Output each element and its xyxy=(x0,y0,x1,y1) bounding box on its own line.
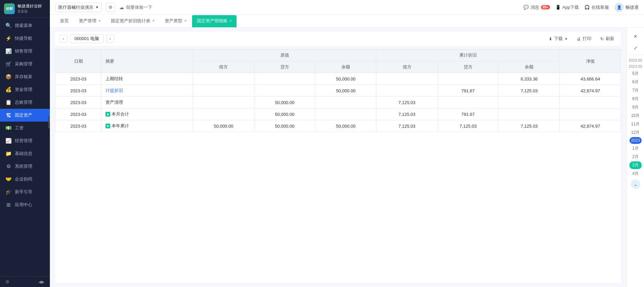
purchase-icon: 🛒 xyxy=(5,61,11,67)
appcenter-icon: ⊞ xyxy=(5,202,11,208)
timeline-month-1[interactable]: 1月 xyxy=(627,145,644,152)
sidebar-item-label: 采购管理 xyxy=(15,61,32,67)
sidebar-item-label: 搜索菜单 xyxy=(15,23,32,29)
cell-orig-balance: 50,000.00 xyxy=(315,85,376,97)
sidebar-item-finance[interactable]: 💰 资金管理 xyxy=(0,83,50,96)
cell-orig-debit xyxy=(193,73,254,85)
company-name: 医疗器械行业演示 xyxy=(58,4,93,10)
support-icon: 🎧 xyxy=(584,5,590,10)
refresh-btn[interactable]: ↻ 刷新 xyxy=(597,34,617,43)
dropdown-icon: ▼ xyxy=(95,5,99,9)
logo-icon: 好财 xyxy=(4,3,15,14)
cell-accum-credit: 791.67 xyxy=(437,108,498,120)
table-header-group-row: 日期 摘要 原值 累计折旧 净值 xyxy=(56,50,621,61)
print-btn[interactable]: 🖨 打印 xyxy=(574,34,594,43)
next-btn[interactable]: › xyxy=(106,35,114,43)
topbar-settings-btn[interactable]: ⚙ xyxy=(106,3,115,12)
cell-date: 2023-03 xyxy=(56,97,101,108)
prev-btn[interactable]: ‹ xyxy=(59,35,67,43)
settings-bottom-icon[interactable]: ⚙ xyxy=(5,279,9,284)
refresh-label: 刷新 xyxy=(606,36,614,42)
sidebar-item-payroll[interactable]: 💵 工资 xyxy=(0,122,50,134)
sidebar-item-label: 工资 xyxy=(15,125,24,131)
tab-home[interactable]: 首页 xyxy=(55,15,73,27)
finance-icon: 💰 xyxy=(5,87,11,93)
sidebar-item-guide[interactable]: 🎓 新手引导 xyxy=(0,186,50,198)
cell-orig-debit xyxy=(193,85,254,97)
tab-depreciation-stats[interactable]: 固定资产折旧统计表 × xyxy=(106,15,159,27)
cell-accum-credit xyxy=(437,97,498,108)
tab-close-icon[interactable]: × xyxy=(152,19,155,23)
company-selector[interactable]: 医疗器械行业演示 ▼ xyxy=(55,3,102,12)
timeline-month-9[interactable]: 9月 xyxy=(627,103,644,111)
timeline-month-6[interactable]: 6月 xyxy=(627,78,644,86)
payroll-icon: 💵 xyxy=(5,125,11,131)
header-original-value: 原值 xyxy=(193,50,376,61)
sidebar-bottom: ⚙ ◀▶ xyxy=(0,276,50,287)
ledger-icon: 📋 xyxy=(5,99,11,105)
tab-asset-type[interactable]: 资产类型 × xyxy=(160,15,191,27)
sidebar-item-collab[interactable]: 🤝 企业协同 xyxy=(0,173,50,186)
tab-asset-detail[interactable]: 固定资产明细账 × xyxy=(192,15,237,27)
timeline-month-10[interactable]: 10月 xyxy=(627,112,644,120)
timeline-month-7[interactable]: 7月 xyxy=(627,87,644,94)
collapse-btn[interactable]: ◀▶ xyxy=(38,280,44,284)
experience-btn[interactable]: ☁ 我要体验一下 xyxy=(119,4,152,10)
sidebar-item-sysadmin[interactable]: ⚙ 系统管理 xyxy=(0,160,50,173)
cloud-icon: ☁ xyxy=(119,5,124,10)
sidebar-item-basicinfo[interactable]: 📁 基础信息 xyxy=(0,147,50,160)
cell-orig-balance xyxy=(315,108,376,120)
cell-accum-debit: 7,125.03 xyxy=(376,120,437,132)
support-label: 在线客服 xyxy=(591,4,609,10)
sidebar-item-quicknav[interactable]: ⚡ 快捷导航 xyxy=(0,32,50,45)
sidebar-item-fixedassets[interactable]: 🏗 固定资产 xyxy=(0,109,50,122)
cell-accum-balance: 6,333.36 xyxy=(499,73,560,85)
sidebar-item-ledger[interactable]: 📋 总账管理 xyxy=(0,96,50,109)
panel-header-btns: ✕ ⤢ xyxy=(627,30,644,55)
print-icon: 🖨 xyxy=(577,36,581,41)
download-btn[interactable]: ⬇ 下载 ▼ xyxy=(546,34,571,43)
table-body: 2023-03 上期结转 50,000.00 6,333.36 43,666.6… xyxy=(56,73,621,132)
timeline-year-2023[interactable]: 2023 xyxy=(630,137,642,144)
sidebar-item-label: 经营管理 xyxy=(15,138,32,144)
timeline-month-3[interactable]: 3月 xyxy=(630,161,642,169)
sidebar-item-inventory[interactable]: 📦 库存核算 xyxy=(0,70,50,83)
sidebar-item-management[interactable]: 📈 经营管理 xyxy=(0,134,50,147)
timeline: 2023.03 2023.03 5月 6月 7月 8月 9月 10月 11月 1… xyxy=(627,55,644,285)
next-icon: › xyxy=(110,36,111,41)
timeline-month-8[interactable]: 8月 xyxy=(627,95,644,103)
appdownload-action[interactable]: 📱 App下载 xyxy=(555,4,579,10)
content-main: ‹ 000001 电脑 › ⬇ 下载 ▼ 🖨 打印 xyxy=(50,28,626,287)
timeline-month-4[interactable]: 4月 xyxy=(627,170,644,178)
timeline-month-5[interactable]: 5月 xyxy=(627,70,644,77)
timeline-month-2[interactable]: 2月 xyxy=(627,153,644,161)
tab-close-icon[interactable]: × xyxy=(98,19,101,23)
tab-close-icon[interactable]: × xyxy=(229,19,232,23)
cell-net-value: 42,874.97 xyxy=(560,85,621,97)
tabs-bar: 首页 资产管理 × 固定资产折旧统计表 × 资产类型 × 固定资产明细账 × xyxy=(50,15,644,28)
user-action[interactable]: 👤 畅捷通 xyxy=(614,3,639,12)
timeline-month-11[interactable]: 11月 xyxy=(627,120,644,128)
header-accumulated: 累计折旧 xyxy=(376,50,560,61)
tab-asset-management[interactable]: 资产管理 × xyxy=(74,15,105,27)
tab-label: 资产类型 xyxy=(165,18,182,24)
sidebar-item-purchase[interactable]: 🛒 采购管理 xyxy=(0,58,50,70)
sidebar-item-sales[interactable]: 📊 销售管理 xyxy=(0,45,50,58)
asset-detail-table: 日期 摘要 原值 累计折旧 净值 借方 贷方 余额 借方 贷方 余额 xyxy=(55,49,621,132)
expand-panel-btn[interactable]: ⤢ xyxy=(631,43,640,53)
timeline-scroll-down[interactable]: ⌄ xyxy=(631,180,640,189)
header-orig-credit: 贷方 xyxy=(254,61,315,73)
close-panel-btn[interactable]: ✕ xyxy=(631,32,640,41)
tab-close-icon[interactable]: × xyxy=(184,19,187,23)
cell-orig-credit: 50,000.00 xyxy=(254,120,315,132)
tag-cell: ■本月合计 xyxy=(105,111,129,117)
cell-net-value: 43,666.64 xyxy=(560,73,621,85)
onlinesupport-action[interactable]: 🎧 在线客服 xyxy=(584,4,609,10)
messages-action[interactable]: 💬 消息 99+ xyxy=(523,4,550,10)
cell-orig-debit xyxy=(193,97,254,108)
cell-summary: 计提折旧 xyxy=(101,85,193,97)
sidebar-item-search[interactable]: 🔍 搜索菜单 xyxy=(0,19,50,32)
tag-cell: ■本年累计 xyxy=(105,123,129,129)
sidebar-item-appcenter[interactable]: ⊞ 应用中心 xyxy=(0,198,50,211)
timeline-month-12[interactable]: 12月 xyxy=(627,129,644,136)
